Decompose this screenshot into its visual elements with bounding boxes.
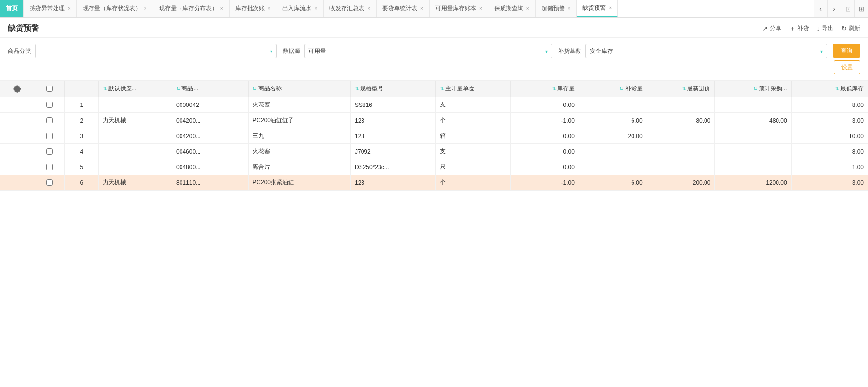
row-spec: 123 — [350, 128, 435, 144]
tab-scroll-right[interactable]: › — [827, 0, 841, 18]
th-minstock-label: 最低库存 — [840, 85, 864, 92]
row-latest-price: 80.00 — [647, 113, 715, 128]
tab-collection[interactable]: 收发存汇总表 × — [324, 0, 377, 17]
gear-settings-icon[interactable] — [4, 85, 30, 93]
row-num: 3 — [65, 128, 99, 144]
tab-shortage[interactable]: 缺货预警 × — [577, 0, 618, 17]
th-spec-sort-icon: ⇅ — [355, 86, 359, 91]
tab-fullscreen-btn[interactable]: ⊞ — [854, 0, 868, 18]
share-button[interactable]: ↗ 分享 — [762, 24, 781, 33]
row-latest-price — [647, 97, 715, 113]
th-estimate: ⇅ 预计采购... — [715, 81, 791, 97]
th-minstock-sort-icon: ⇅ — [835, 86, 839, 91]
row-estimate-purchase — [715, 97, 791, 113]
tab-inout-flow-close[interactable]: × — [314, 6, 317, 11]
row-name: PC200张紧油缸 — [249, 175, 351, 191]
refresh-button[interactable]: ↻ 刷新 — [841, 24, 860, 33]
tab-available-ledger-close[interactable]: × — [479, 6, 482, 11]
tab-home[interactable]: 首页 — [0, 0, 24, 17]
select-all-checkbox[interactable] — [46, 86, 53, 92]
tab-batch-account-close[interactable]: × — [268, 6, 271, 11]
replenish-base-dropdown-arrow: ▾ — [820, 49, 823, 54]
tab-order-stats-close[interactable]: × — [420, 6, 423, 11]
tab-bar: 首页 拣货异常处理 × 现存量（库存状况表） × 现存量（库存分布表） × 库存… — [0, 0, 868, 18]
row-unit: 箱 — [435, 128, 510, 144]
row-checkbox[interactable] — [46, 117, 53, 123]
tab-available-ledger[interactable]: 可用量库存账本 × — [430, 0, 488, 17]
row-num: 4 — [65, 144, 99, 159]
datasource-select[interactable]: 可用量 ▾ — [304, 44, 552, 58]
row-estimate-purchase — [715, 144, 791, 159]
tab-inventory-dist[interactable]: 现存量（库存分布表） × — [153, 0, 230, 17]
row-spec: 123 — [350, 175, 435, 191]
tab-exception-close[interactable]: × — [68, 6, 71, 11]
table-row: 4 004600... 火花塞 J7092 支 0.00 8.00 — [0, 144, 868, 159]
th-stock-sort-icon: ⇅ — [552, 86, 556, 91]
row-checkbox-cell — [34, 175, 65, 191]
tab-exception[interactable]: 拣货异常处理 × — [24, 0, 77, 17]
export-icon: ↓ — [817, 25, 820, 32]
tab-expiry-close[interactable]: × — [526, 6, 529, 11]
row-checkbox[interactable] — [46, 102, 53, 108]
row-gear-cell — [0, 175, 34, 191]
tab-overstock[interactable]: 超储预警 × — [536, 0, 577, 17]
row-latest-price — [647, 144, 715, 159]
page-title: 缺货预警 — [8, 23, 39, 34]
tab-shortage-close[interactable]: × — [609, 5, 612, 11]
row-latest-price — [647, 128, 715, 144]
row-checkbox[interactable] — [46, 164, 53, 170]
row-checkbox-cell — [34, 159, 65, 175]
refresh-icon: ↻ — [841, 25, 847, 32]
tab-order-stats-label: 要货单统计表 — [382, 4, 417, 13]
share-icon: ↗ — [762, 25, 768, 32]
row-unit: 个 — [435, 175, 510, 191]
row-stock: -1.00 — [511, 113, 579, 128]
row-replenish: 6.00 — [579, 113, 647, 128]
tab-collection-close[interactable]: × — [367, 6, 370, 11]
tab-expiry[interactable]: 保质期查询 × — [488, 0, 536, 17]
th-unit-label: 主计量单位 — [445, 85, 474, 92]
th-unit-sort-icon: ⇅ — [440, 86, 444, 91]
tab-inventory-status[interactable]: 现存量（库存状况表） × — [77, 0, 153, 17]
row-estimate-purchase: 480.00 — [715, 113, 791, 128]
table-body: 1 0000042 火花塞 SS816 支 0.00 8.00 2 力天机械 0… — [0, 97, 868, 191]
row-spec: J7092 — [350, 144, 435, 159]
header-actions: ↗ 分享 ＋ 补货 ↓ 导出 ↻ 刷新 — [762, 24, 861, 33]
tab-scroll-left[interactable]: ‹ — [814, 0, 827, 18]
tab-overstock-close[interactable]: × — [568, 6, 571, 11]
th-estimate-sort-icon: ⇅ — [753, 86, 757, 91]
row-gear-cell — [0, 144, 34, 159]
row-code: 004600... — [172, 144, 249, 159]
category-filter-group: 商品分类 ▾ — [8, 44, 277, 58]
tab-inventory-dist-close[interactable]: × — [220, 6, 223, 11]
replenish-label: 补货 — [797, 24, 809, 33]
replenish-base-label: 补货基数 — [558, 47, 581, 55]
replenish-button[interactable]: ＋ 补货 — [789, 24, 809, 33]
row-unit: 个 — [435, 113, 510, 128]
tab-inventory-status-close[interactable]: × — [144, 6, 147, 11]
row-gear-cell — [0, 128, 34, 144]
settings-button[interactable]: 设置 — [834, 60, 860, 74]
tab-restore-btn[interactable]: ⊡ — [841, 0, 854, 18]
th-name-label: 商品名称 — [258, 85, 282, 92]
category-select[interactable]: ▾ — [35, 44, 277, 58]
th-price-label: 最新进价 — [687, 85, 710, 92]
row-latest-price — [647, 159, 715, 175]
tab-batch-account-label: 库存批次账 — [235, 4, 265, 13]
table-row: 6 力天机械 801110... PC200张紧油缸 123 个 -1.00 6… — [0, 175, 868, 191]
row-checkbox[interactable] — [46, 179, 53, 186]
th-code-sort-icon: ⇅ — [176, 86, 180, 91]
replenish-base-filter-group: 补货基数 安全库存 ▾ — [558, 44, 827, 58]
row-checkbox[interactable] — [46, 133, 53, 139]
replenish-base-select[interactable]: 安全库存 ▾ — [585, 44, 827, 58]
th-spec-label: 规格型号 — [360, 85, 383, 92]
export-button[interactable]: ↓ 导出 — [817, 24, 834, 33]
tab-inout-flow[interactable]: 出入库流水 × — [276, 0, 324, 17]
th-replenish: ⇅ 补货量 — [579, 81, 647, 97]
tab-batch-account[interactable]: 库存批次账 × — [230, 0, 277, 17]
row-replenish — [579, 159, 647, 175]
tab-order-stats[interactable]: 要货单统计表 × — [377, 0, 430, 17]
row-checkbox[interactable] — [46, 148, 53, 155]
row-name: 火花塞 — [249, 144, 351, 159]
query-button[interactable]: 查询 — [833, 44, 860, 58]
